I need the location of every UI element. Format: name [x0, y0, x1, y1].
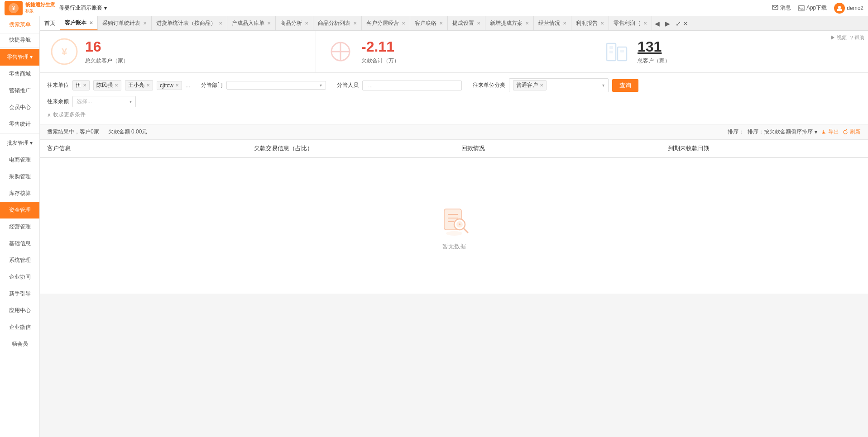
- debt-customers-label: 总欠款客户（家）: [85, 57, 305, 65]
- balance-select[interactable]: 选择... ▾: [72, 96, 136, 107]
- download-icon: App: [798, 5, 805, 11]
- sidebar-item-purchase[interactable]: 采购管理: [0, 168, 39, 185]
- svg-line-24: [464, 228, 468, 233]
- export-icon: [821, 129, 826, 135]
- tab-expand-icon[interactable]: ⤢: [676, 20, 681, 27]
- sidebar-item-member[interactable]: 畅会员: [0, 336, 39, 352]
- tab-customer-tier[interactable]: 客户分层经营 ✕: [362, 16, 410, 30]
- tab-product-analysis[interactable]: 商品分析 ✕: [276, 16, 313, 30]
- unit-class-tag[interactable]: 普通客户 ✕: [513, 80, 547, 90]
- sidebar-item-marketing[interactable]: 营销推广: [0, 82, 39, 99]
- query-button[interactable]: 查询: [612, 79, 638, 92]
- video-link[interactable]: ▶ 视频: [830, 34, 847, 41]
- top-bar-left: ¥ 畅捷通好生意 标版 母婴行业演示账套 ▾: [5, 1, 107, 15]
- filter-tag-4-close[interactable]: ✕: [175, 83, 179, 88]
- tab-close-customer-balance[interactable]: ✕: [89, 20, 93, 25]
- sidebar-item-business[interactable]: 经营管理: [0, 218, 39, 235]
- sidebar-item-system[interactable]: 系统管理: [0, 252, 39, 269]
- filter-tag-3-close[interactable]: ✕: [146, 83, 150, 88]
- tab-close-product-analysis-list[interactable]: ✕: [353, 21, 357, 26]
- sidebar-item-basic-info[interactable]: 基础信息: [0, 235, 39, 252]
- tab-retail-profit[interactable]: 零售利润（ ✕: [609, 16, 652, 30]
- dept-select[interactable]: ▾: [226, 81, 326, 90]
- tab-product-inbound[interactable]: 产成品入库单 ✕: [227, 16, 276, 30]
- tab-purchase-order-stats[interactable]: 采购订单统计表 ✕: [98, 16, 152, 30]
- filter-tag-3[interactable]: 王小亮 ✕: [125, 80, 153, 90]
- tab-close-retail-profit[interactable]: ✕: [643, 21, 647, 26]
- summary-card-debt-total: -2.11 欠款合计（万）: [316, 31, 592, 72]
- debt-total-label: 欠款合计（万）: [361, 57, 581, 65]
- export-button[interactable]: 导出: [821, 128, 839, 136]
- tab-promo-settings[interactable]: 提成设置 ✕: [448, 16, 485, 30]
- tab-customer-balance[interactable]: 客户账本 ✕: [60, 16, 98, 30]
- filter-more-tags[interactable]: ...: [186, 82, 190, 89]
- tab-close-promo-settings[interactable]: ✕: [477, 21, 480, 26]
- org-selector[interactable]: 母婴行业演示账套 ▾: [59, 4, 107, 12]
- logo-text: 畅捷通好生意 标版: [25, 2, 55, 14]
- tab-new-promo-plan[interactable]: 新增提成方案 ✕: [485, 16, 534, 30]
- sidebar-item-app-center[interactable]: 应用中心: [0, 302, 39, 319]
- tab-profit-report[interactable]: 利润报告 ✕: [571, 16, 609, 30]
- tab-close-customer-contact[interactable]: ✕: [439, 21, 443, 26]
- filter-tag-2-close[interactable]: ✕: [115, 83, 118, 88]
- summary-card-total-customers: ▶ 视频 ? 帮助: [592, 31, 868, 72]
- unit-class-select[interactable]: 普通客户 ✕ ▾: [509, 78, 609, 92]
- tab-close-profit-report[interactable]: ✕: [600, 21, 604, 26]
- main-layout: 搜索菜单 快捷导航 零售管理 ▾ 零售商城 营销推广 会员中心 零售统计 批发管…: [0, 16, 868, 437]
- card-info-3: 131 总客户（家）: [638, 38, 857, 65]
- staff-select[interactable]: ...: [362, 81, 462, 90]
- help-link[interactable]: ? 帮助: [850, 34, 864, 41]
- app-download-button[interactable]: App App下载: [798, 4, 827, 12]
- filter-tag-1-close[interactable]: ✕: [83, 83, 86, 88]
- sidebar-item-membership[interactable]: 会员中心: [0, 99, 39, 116]
- sidebar-quick-nav[interactable]: 快捷导航: [0, 33, 39, 47]
- tab-product-analysis-list[interactable]: 商品分析列表 ✕: [313, 16, 362, 30]
- sidebar-item-new-guide[interactable]: 新手引导: [0, 285, 39, 302]
- total-customers-number[interactable]: 131: [638, 38, 857, 55]
- card-info-1: 16 总欠款客户（家）: [85, 38, 305, 65]
- sidebar-search[interactable]: 搜索菜单: [0, 16, 39, 33]
- sidebar-item-enterprise-wechat[interactable]: 企业微信: [0, 319, 39, 336]
- tab-close-customer-tier[interactable]: ✕: [402, 21, 405, 26]
- filter-tag-1[interactable]: 伍 ✕: [72, 80, 90, 90]
- sidebar-item-wholesale[interactable]: 批发管理 ▾: [0, 135, 39, 152]
- logo: ¥ 畅捷通好生意 标版: [5, 1, 55, 15]
- sidebar-item-enterprise-coop[interactable]: 企业协同: [0, 269, 39, 285]
- sidebar-item-retail-management[interactable]: 零售管理 ▾: [0, 49, 39, 66]
- sidebar-item-finance[interactable]: 资金管理: [0, 202, 39, 218]
- tab-close-inbound-stats[interactable]: ✕: [219, 21, 222, 26]
- tab-close-product-analysis[interactable]: ✕: [305, 21, 308, 26]
- refresh-icon: [843, 129, 848, 135]
- svg-text:App: App: [799, 7, 805, 10]
- collapse-button[interactable]: ∧ 收起更多条件: [47, 111, 861, 119]
- tab-nav-prev[interactable]: ◀: [652, 20, 662, 27]
- user-avatar[interactable]: demo2: [834, 3, 863, 14]
- sidebar-item-ecommerce[interactable]: 电商管理: [0, 152, 39, 168]
- sidebar-item-retail-stats[interactable]: 零售统计: [0, 116, 39, 133]
- tab-close-new-promo-plan[interactable]: ✕: [525, 21, 529, 26]
- table-col-repayment: 回款情况: [454, 140, 661, 157]
- filter-tag-2[interactable]: 陈民强 ✕: [93, 80, 121, 90]
- unit-class-tag-close[interactable]: ✕: [540, 83, 543, 88]
- results-actions: 排序： 排序：按欠款金额倒序排序 ▾ 导出: [728, 128, 861, 136]
- tab-close-purchase-order-stats[interactable]: ✕: [143, 21, 147, 26]
- sort-select[interactable]: 排序：按欠款金额倒序排序 ▾: [748, 128, 817, 136]
- table-header: 客户信息 欠款交易信息（占比） 回款情况 到期未收款日期: [40, 140, 868, 158]
- tab-customer-contact[interactable]: 客户联络 ✕: [410, 16, 448, 30]
- tab-inbound-stats[interactable]: 进货单统计表（按商品） ✕: [152, 16, 227, 30]
- tab-close-business-status[interactable]: ✕: [563, 21, 566, 26]
- debt-customers-number: 16: [85, 38, 305, 55]
- balance-arrow: ▾: [129, 99, 132, 104]
- tab-nav-next[interactable]: ▶: [662, 20, 673, 27]
- tab-business-status[interactable]: 经营情况 ✕: [534, 16, 571, 30]
- tab-close-product-inbound[interactable]: ✕: [267, 21, 271, 26]
- sidebar-item-inventory[interactable]: 库存核算: [0, 185, 39, 202]
- message-button[interactable]: 消息: [772, 4, 791, 12]
- filter-tag-4[interactable]: cjttcw ✕: [157, 81, 182, 90]
- dept-select-arrow: ▾: [320, 83, 322, 88]
- sidebar-item-retail-mall[interactable]: 零售商城: [0, 66, 39, 82]
- card-help: ▶ 视频 ? 帮助: [830, 34, 864, 41]
- tab-home[interactable]: 首页: [40, 16, 60, 30]
- refresh-button[interactable]: 刷新: [843, 128, 861, 136]
- tab-close-all-icon[interactable]: ✕: [683, 20, 688, 27]
